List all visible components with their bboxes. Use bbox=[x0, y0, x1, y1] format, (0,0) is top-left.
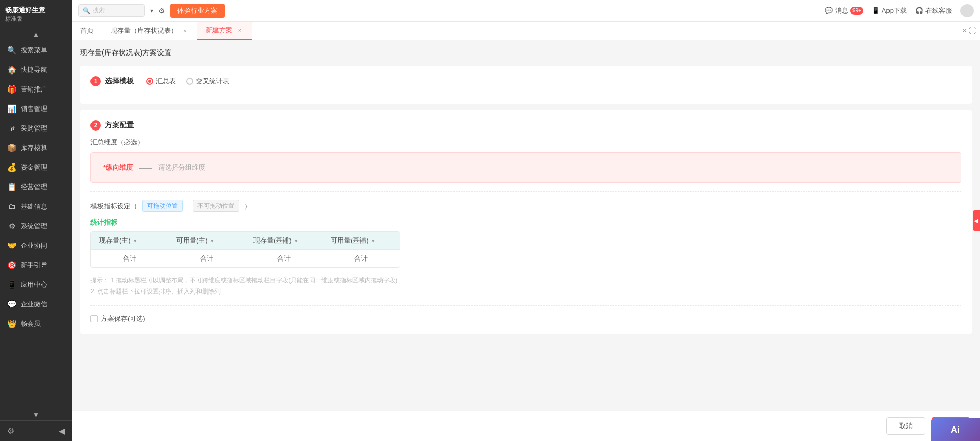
messages-label: 消息 bbox=[835, 6, 848, 15]
close-tab-icon[interactable]: × bbox=[962, 26, 967, 35]
sidebar-item-appcenter[interactable]: 📱 应用中心 bbox=[0, 275, 72, 295]
sidebar-item-label: 快捷导航 bbox=[21, 65, 47, 75]
mobile-icon: 📱 bbox=[872, 7, 880, 14]
radio-cross[interactable]: 交叉统计表 bbox=[186, 77, 229, 86]
sidebar-item-basic[interactable]: 🗂 基础信息 bbox=[0, 197, 72, 216]
template-radio-group: 汇总表 交叉统计表 bbox=[146, 77, 229, 86]
step2-title: 方案配置 bbox=[105, 121, 134, 130]
sidebar-item-quicknav[interactable]: 🏠 快捷导航 bbox=[0, 60, 72, 80]
tab-new-scheme[interactable]: 新建方案 × bbox=[197, 22, 252, 40]
sidebar-item-label: 系统管理 bbox=[21, 222, 47, 231]
chart-icon: 📊 bbox=[7, 104, 16, 114]
app-download-btn[interactable]: 📱 App下载 bbox=[872, 6, 907, 15]
avatar[interactable] bbox=[960, 4, 974, 17]
sidebar-item-label: 畅会员 bbox=[21, 319, 41, 328]
dim-placeholder: 请选择分组维度 bbox=[158, 163, 205, 172]
dim-required-label: *纵向维度 bbox=[103, 163, 133, 172]
sidebar-item-enterprise[interactable]: 🤝 企业协同 bbox=[0, 236, 72, 255]
right-handle[interactable]: ◀ bbox=[973, 210, 980, 231]
sidebar-item-system[interactable]: ⚙ 系统管理 bbox=[0, 216, 72, 236]
gear-icon: ⚙ bbox=[7, 222, 16, 231]
stat-col-1[interactable]: 可用量(主) ▾ bbox=[168, 232, 245, 249]
sidebar-item-search[interactable]: 🔍 搜索菜单 bbox=[0, 41, 72, 60]
radio-summary[interactable]: 汇总表 bbox=[146, 77, 176, 86]
fullscreen-icon[interactable]: ⛶ bbox=[969, 27, 976, 35]
search-placeholder-text: 搜索 bbox=[93, 6, 105, 15]
save-checkbox[interactable] bbox=[90, 315, 98, 322]
sidebar-item-label: 应用中心 bbox=[21, 280, 47, 289]
sidebar-item-weixin[interactable]: 💬 企业微信 bbox=[0, 295, 72, 314]
sidebar-nav: 🔍 搜索菜单 🏠 快捷导航 🎁 营销推广 📊 销售管理 🛍 采购管理 📦 库存核… bbox=[0, 41, 72, 409]
customer-service-btn[interactable]: 🎧 在线客服 bbox=[915, 6, 952, 15]
topbar-right: 💬 消息 99+ 📱 App下载 🎧 在线客服 bbox=[825, 4, 974, 17]
step1-title: 选择模板 bbox=[105, 77, 134, 86]
content-area: 现存量(库存状况表)方案设置 1 选择模板 汇总表 交叉统计表 bbox=[72, 40, 980, 411]
tab-home-label: 首页 bbox=[80, 26, 94, 35]
stat-cell-2-body: 合计 bbox=[245, 250, 322, 267]
step1-header: 1 选择模板 汇总表 交叉统计表 bbox=[90, 76, 961, 86]
stat-cell-3-body: 合计 bbox=[322, 250, 400, 267]
tips-area: 提示： 1.拖动标题栏可以调整布局，不可跨维度或指标区域拖动栏目字段(只能在同一… bbox=[90, 275, 961, 297]
folder-icon: 🗂 bbox=[7, 202, 16, 211]
sidebar-item-label: 经营管理 bbox=[21, 182, 47, 192]
indicator-fixed-tag: 不可拖动位置 bbox=[193, 200, 239, 212]
headset-icon: 🎧 bbox=[915, 7, 923, 14]
sidebar-item-finance[interactable]: 💰 资金管理 bbox=[0, 158, 72, 177]
collapse-icon[interactable]: ◀ bbox=[59, 426, 65, 436]
radio-cross-circle bbox=[186, 78, 193, 85]
step1-badge: 1 bbox=[90, 76, 101, 86]
topbar-dropdown-btn[interactable]: ▾ bbox=[150, 7, 153, 14]
tip-line2: 2. 点击标题栏下拉可设置排序、插入列和删除列 bbox=[90, 286, 961, 298]
ai-fab-button[interactable]: Ai bbox=[931, 418, 980, 441]
radio-summary-circle bbox=[146, 78, 153, 85]
stat-col-3[interactable]: 可用量(基辅) ▾ bbox=[322, 232, 400, 249]
sidebar-item-newguide[interactable]: 🎯 新手引导 bbox=[0, 255, 72, 275]
search-icon: 🔍 bbox=[83, 7, 90, 14]
stat-col-2-label: 现存量(基辅) bbox=[253, 236, 292, 245]
home-icon: 🏠 bbox=[7, 65, 16, 75]
target-icon: 🎯 bbox=[7, 261, 16, 270]
step2-card: 2 方案配置 汇总维度（必选） *纵向维度 —— 请选择分组维度 模板指标设定（… bbox=[80, 110, 972, 334]
step2-badge: 2 bbox=[90, 120, 101, 131]
sidebar-item-label: 资金管理 bbox=[21, 163, 47, 172]
stat-col-0[interactable]: 现存量(主) ▾ bbox=[91, 232, 168, 249]
sidebar-item-label: 新手引导 bbox=[21, 261, 47, 270]
sidebar-item-label: 搜索菜单 bbox=[21, 46, 47, 55]
tab-inventory[interactable]: 现存量（库存状况表） × bbox=[102, 22, 197, 40]
tab-new-close[interactable]: × bbox=[235, 26, 244, 34]
tab-inventory-close[interactable]: × bbox=[180, 27, 189, 35]
topbar-search[interactable]: 🔍 搜索 bbox=[78, 4, 145, 17]
sidebar-item-operations[interactable]: 📋 经营管理 bbox=[0, 177, 72, 197]
tab-home[interactable]: 首页 bbox=[72, 22, 102, 40]
footer: 取消 查询 bbox=[72, 411, 980, 441]
sidebar-item-inventory[interactable]: 📦 库存核算 bbox=[0, 138, 72, 158]
indicator-suffix: ） bbox=[244, 201, 251, 211]
indicator-row: 模板指标设定（ 可拖动位置 不可拖动位置 ） bbox=[90, 200, 961, 212]
sidebar-item-purchase[interactable]: 🛍 采购管理 bbox=[0, 119, 72, 138]
radio-summary-label: 汇总表 bbox=[156, 77, 176, 86]
sidebar-item-marketing[interactable]: 🎁 营销推广 bbox=[0, 80, 72, 99]
stat-section-label: 统计指标 bbox=[90, 218, 961, 227]
search-icon: 🔍 bbox=[7, 46, 16, 55]
chevron-down-icon: ▾ bbox=[211, 237, 214, 244]
messages-btn[interactable]: 💬 消息 99+ bbox=[825, 6, 863, 15]
stat-col-1-label: 可用量(主) bbox=[176, 236, 208, 245]
settings-icon[interactable]: ⚙ bbox=[7, 426, 14, 436]
sidebar-item-label: 销售管理 bbox=[21, 104, 47, 114]
scroll-down-btn[interactable]: ▼ bbox=[0, 409, 72, 420]
sidebar-item-member[interactable]: 👑 畅会员 bbox=[0, 314, 72, 334]
handshake-icon: 🤝 bbox=[7, 241, 16, 250]
stat-col-2[interactable]: 现存量(基辅) ▾ bbox=[245, 232, 322, 249]
scroll-up-btn[interactable]: ▲ bbox=[0, 29, 72, 41]
dim-area[interactable]: *纵向维度 —— 请选择分组维度 bbox=[90, 152, 961, 183]
topbar-gear-btn[interactable]: ⚙ bbox=[158, 7, 165, 15]
sidebar-item-sales[interactable]: 📊 销售管理 bbox=[0, 99, 72, 119]
tab-new-label: 新建方案 bbox=[206, 26, 232, 35]
indicator-label: 模板指标设定（ bbox=[90, 201, 137, 211]
sidebar-item-label: 采购管理 bbox=[21, 124, 47, 133]
dim-arrow: —— bbox=[139, 164, 152, 172]
sidebar: 畅康通好生意 标准版 ▲ 🔍 搜索菜单 🏠 快捷导航 🎁 营销推广 📊 销售管理… bbox=[0, 0, 72, 441]
industry-btn[interactable]: 体验行业方案 bbox=[170, 4, 225, 18]
cancel-button[interactable]: 取消 bbox=[886, 417, 925, 435]
crown-icon: 👑 bbox=[7, 319, 16, 328]
